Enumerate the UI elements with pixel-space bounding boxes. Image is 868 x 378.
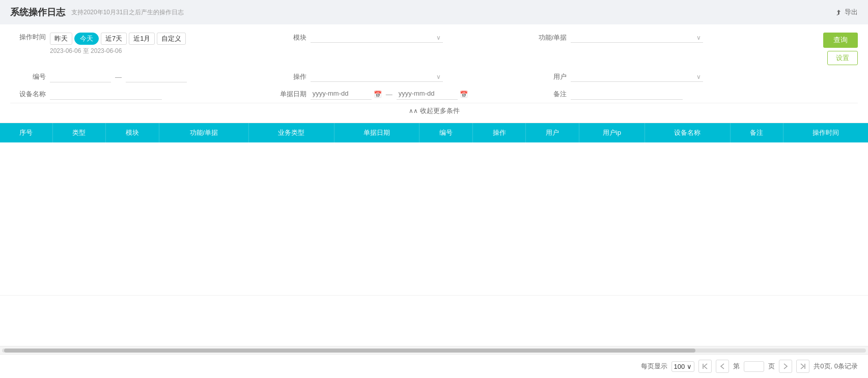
remark-input[interactable] xyxy=(571,89,683,100)
user-select-wrapper: ∨ xyxy=(571,72,703,82)
scrollbar-thumb[interactable] xyxy=(4,348,695,353)
date-dash: — xyxy=(386,91,393,98)
collapse-button[interactable]: ∧∧ 收起更多条件 xyxy=(409,106,460,115)
per-page-label: 每页显示 xyxy=(641,362,667,371)
document-date-label: 单据日期 xyxy=(271,90,306,99)
export-icon: ⮭ xyxy=(835,8,843,16)
number-to-input[interactable] xyxy=(126,71,187,82)
page-last-button[interactable] xyxy=(796,360,809,373)
page-subtitle: 支持2020年10月31日之后产生的操作日志 xyxy=(71,8,184,17)
filter-area: 操作时间 昨天 今天 近7天 近1月 自定义 2023-06-06 至 2023… xyxy=(0,24,868,123)
function-label: 功能/单据 xyxy=(531,33,567,42)
time-btn-today[interactable]: 今天 xyxy=(74,33,99,45)
function-select-wrapper: ∨ xyxy=(571,33,703,43)
time-btn-custom[interactable]: 自定义 xyxy=(157,33,186,45)
query-button[interactable]: 查询 xyxy=(823,33,858,48)
col-doc-date: 单据日期 xyxy=(334,123,419,142)
operation-label: 操作 xyxy=(271,72,306,81)
device-label: 设备名称 xyxy=(10,90,46,99)
time-btn-7days[interactable]: 近7天 xyxy=(101,33,127,45)
total-info: 共0页, 0条记录 xyxy=(814,362,858,371)
collapse-row: ∧∧ 收起更多条件 xyxy=(10,103,858,118)
time-btn-yesterday[interactable]: 昨天 xyxy=(50,33,72,45)
col-device: 设备名称 xyxy=(645,123,730,142)
settings-button[interactable]: 设置 xyxy=(827,51,858,65)
page-prev-button[interactable] xyxy=(716,360,729,373)
data-table: 序号 类型 模块 功能/单据 业务类型 单据日期 编号 操作 用户 用户ip 设… xyxy=(0,123,868,296)
calendar-from-icon[interactable]: 📅 xyxy=(374,91,382,98)
function-filter: 功能/单据 ∨ xyxy=(531,33,792,43)
col-module: 模块 xyxy=(106,123,159,142)
function-select[interactable] xyxy=(571,33,703,40)
page-header: 系统操作日志 支持2020年10月31日之后产生的操作日志 ⮭ 导出 xyxy=(0,0,868,24)
number-filter: 编号 — xyxy=(10,71,271,82)
col-type: 类型 xyxy=(52,123,105,142)
user-select[interactable] xyxy=(571,72,703,79)
time-btn-1month[interactable]: 近1月 xyxy=(129,33,155,45)
collapse-icon: ∧∧ xyxy=(409,107,418,114)
scrollbar-track xyxy=(2,348,866,353)
page-first-icon xyxy=(702,363,708,369)
number-label: 编号 xyxy=(10,72,46,81)
page-number-input[interactable]: 1 xyxy=(744,361,764,372)
number-from-input[interactable] xyxy=(50,71,111,82)
module-select-wrapper: ∨ xyxy=(311,33,443,43)
page-prev-icon xyxy=(720,363,725,369)
device-input[interactable] xyxy=(50,89,162,100)
col-remark: 备注 xyxy=(730,123,783,142)
empty-row xyxy=(0,142,868,295)
per-page-select[interactable]: 100 ∨ xyxy=(671,361,695,372)
time-filter: 操作时间 昨天 今天 近7天 近1月 自定义 2023-06-06 至 2023… xyxy=(10,33,271,55)
time-buttons: 昨天 今天 近7天 近1月 自定义 xyxy=(50,33,186,45)
col-user-ip: 用户ip xyxy=(579,123,645,142)
module-filter: 模块 ∨ xyxy=(271,33,531,43)
module-label: 模块 xyxy=(271,33,306,42)
col-op-time: 操作时间 xyxy=(783,123,868,142)
horizontal-scrollbar[interactable] xyxy=(0,346,868,354)
page-last-icon xyxy=(800,363,806,369)
calendar-to-icon[interactable]: 📅 xyxy=(460,91,468,98)
page-title: 系统操作日志 xyxy=(10,6,65,18)
col-function: 功能/单据 xyxy=(159,123,248,142)
remark-label: 备注 xyxy=(531,90,567,99)
operation-select[interactable] xyxy=(311,72,443,79)
action-buttons: 查询 设置 xyxy=(792,33,858,65)
operation-filter: 操作 ∨ xyxy=(271,72,531,82)
table-area: 序号 类型 模块 功能/单据 业务类型 单据日期 编号 操作 用户 用户ip 设… xyxy=(0,123,868,346)
time-filter-label: 操作时间 xyxy=(10,33,46,42)
document-date-filter: 单据日期 📅 — 📅 xyxy=(271,89,531,100)
page-next-icon xyxy=(783,363,788,369)
date-from-input[interactable] xyxy=(311,89,372,100)
page-next-button[interactable] xyxy=(779,360,792,373)
user-label: 用户 xyxy=(531,72,567,81)
col-seq: 序号 xyxy=(0,123,52,142)
remark-filter: 备注 xyxy=(531,89,792,100)
per-page-chevron: ∨ xyxy=(687,363,692,370)
col-user: 用户 xyxy=(526,123,579,142)
page-first-button[interactable] xyxy=(698,360,712,373)
number-dash: — xyxy=(115,73,122,81)
export-button[interactable]: ⮭ 导出 xyxy=(835,8,858,17)
time-range-text: 2023-06-06 至 2023-06-06 xyxy=(50,47,186,55)
col-biz-type: 业务类型 xyxy=(249,123,334,142)
module-select[interactable] xyxy=(311,33,443,40)
per-page-value: 100 xyxy=(674,363,685,370)
pagination: 每页显示 100 ∨ 第 1 页 共0页, 0条记录 xyxy=(0,354,868,378)
operation-select-wrapper: ∨ xyxy=(311,72,443,82)
collapse-label: 收起更多条件 xyxy=(420,106,460,115)
page-label: 第 xyxy=(733,362,740,371)
table-header: 序号 类型 模块 功能/单据 业务类型 单据日期 编号 操作 用户 用户ip 设… xyxy=(0,123,868,142)
device-filter: 设备名称 xyxy=(10,89,271,100)
user-filter: 用户 ∨ xyxy=(531,72,792,82)
col-operation: 操作 xyxy=(472,123,525,142)
page-suffix: 页 xyxy=(768,362,775,371)
date-to-input[interactable] xyxy=(397,89,458,100)
table-body xyxy=(0,142,868,295)
col-number: 编号 xyxy=(419,123,472,142)
